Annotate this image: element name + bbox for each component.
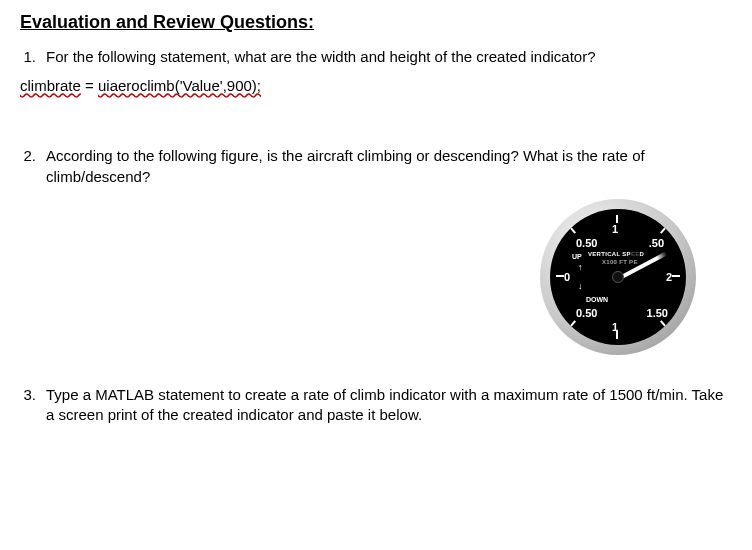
gauge-scale-bl: 0.50 — [576, 307, 597, 319]
gauge-label-units: X100 FT PE — [602, 259, 638, 265]
question-text: According to the following figure, is th… — [46, 146, 732, 187]
code-variable: climbrate — [20, 77, 81, 94]
gauge-scale-top: 1 — [612, 223, 618, 235]
gauge-label-up: UP — [572, 253, 582, 260]
vsi-gauge-face: 1 0.50 .50 0 2 0.50 1.50 1 VERTICAL SPEE… — [550, 209, 686, 345]
tick — [570, 320, 576, 327]
gauge-hub — [612, 271, 624, 283]
code-equals: = — [81, 77, 98, 94]
gauge-label-down: DOWN — [586, 296, 608, 303]
question-number: 1. — [20, 47, 46, 67]
tick — [660, 227, 666, 234]
tick — [672, 275, 680, 277]
section-title: Evaluation and Review Questions: — [20, 12, 732, 33]
question-2: 2. According to the following figure, is… — [20, 146, 732, 187]
question-3: 3. Type a MATLAB statement to create a r… — [20, 385, 732, 426]
gauge-label-vertical: VERTICAL SPEED — [588, 251, 644, 257]
gauge-container: 1 0.50 .50 0 2 0.50 1.50 1 VERTICAL SPEE… — [20, 199, 732, 355]
code-statement: climbrate = uiaeroclimb('Value',900); — [20, 77, 732, 94]
question-number: 3. — [20, 385, 46, 426]
question-text: Type a MATLAB statement to create a rate… — [46, 385, 732, 426]
gauge-scale-left: 0 — [564, 271, 570, 283]
gauge-scale-br: 1.50 — [647, 307, 668, 319]
gauge-scale-bottom: 1 — [612, 321, 618, 333]
tick — [660, 320, 666, 327]
question-number: 2. — [20, 146, 46, 187]
tick — [616, 215, 618, 223]
gauge-bezel: 1 0.50 .50 0 2 0.50 1.50 1 VERTICAL SPEE… — [540, 199, 696, 355]
arrow-down-icon: ↓ — [578, 281, 583, 291]
gauge-scale-right: 2 — [666, 271, 672, 283]
arrow-up-icon: ↑ — [578, 262, 583, 272]
gauge-scale-tr: .50 — [649, 237, 664, 249]
tick — [556, 275, 564, 277]
question-1: 1. For the following statement, what are… — [20, 47, 732, 67]
code-call: uiaeroclimb('Value',900); — [98, 77, 261, 94]
tick — [570, 227, 576, 234]
gauge-scale-tl: 0.50 — [576, 237, 597, 249]
question-text: For the following statement, what are th… — [46, 47, 732, 67]
